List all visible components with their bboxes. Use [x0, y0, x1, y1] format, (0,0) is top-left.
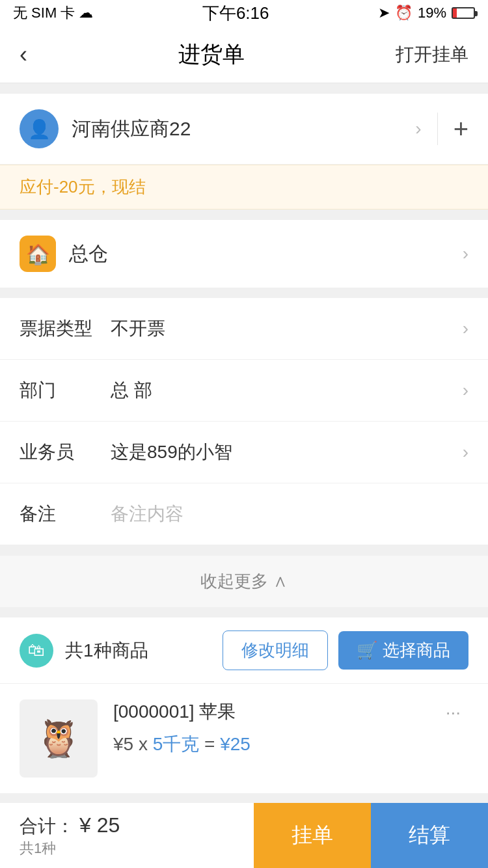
invoice-type-value: 不开票 [111, 316, 463, 341]
page-title: 进货单 [178, 40, 245, 70]
bottom-bar: 合计： ¥ 25 共1种 挂单 结算 [0, 803, 488, 868]
battery-icon [452, 7, 475, 19]
product-thumbnail: 🦉 [20, 699, 98, 778]
status-left: 无 SIM 卡 ☁ [13, 3, 93, 23]
supplier-avatar-icon: 👤 [28, 118, 51, 140]
product-unit-price: ¥5 [113, 734, 133, 754]
department-chevron-icon: › [463, 380, 468, 401]
alarm-icon: ⏰ [395, 5, 413, 21]
product-name: [0000001] 苹果 [113, 699, 438, 724]
supplier-notice: 应付-20元，现结 [0, 165, 488, 210]
edit-detail-button[interactable]: 修改明细 [223, 631, 328, 670]
supplier-section: 👤 河南供应商22 › + 应付-20元，现结 [0, 94, 488, 210]
product-total: ¥25 [220, 734, 251, 754]
status-bar: 无 SIM 卡 ☁ 下午6:16 ➤ ⏰ 19% [0, 0, 488, 26]
supplier-chevron-icon: › [415, 118, 421, 139]
supplier-avatar: 👤 [20, 109, 59, 148]
salesperson-label: 业务员 [20, 440, 98, 465]
home-icon: 🏠 [26, 243, 50, 265]
status-right: ➤ ⏰ 19% [378, 5, 475, 21]
product-section-icon: 🛍 [20, 634, 53, 668]
time-display: 下午6:16 [202, 2, 269, 25]
product-header: 🛍 共1种商品 修改明细 🛒 选择商品 [0, 617, 488, 684]
product-equals: = [204, 734, 220, 754]
product-name-text: 苹果 [199, 701, 236, 722]
remark-placeholder: 备注内容 [111, 502, 468, 526]
warehouse-chevron-icon: › [463, 243, 468, 264]
product-price-separator: x [139, 734, 153, 754]
collapse-bar[interactable]: 收起更多 ∧ [0, 556, 488, 607]
product-quantity: 5千克 [153, 734, 200, 754]
select-product-label: 选择商品 [383, 639, 450, 662]
total-count-label: 共1种 [20, 839, 234, 858]
remark-row[interactable]: 备注 备注内容 [0, 483, 488, 545]
cart-icon: 🛍 [28, 640, 45, 660]
salesperson-row[interactable]: 业务员 这是859的小智 › [0, 422, 488, 483]
nav-bar: ‹ 进货单 打开挂单 [0, 26, 488, 83]
warehouse-icon: 🏠 [20, 236, 56, 272]
warehouse-row[interactable]: 🏠 总仓 › [0, 220, 488, 288]
pending-button[interactable]: 挂单 [254, 803, 371, 868]
total-row: 合计： ¥ 25 [20, 813, 234, 839]
open-pending-button[interactable]: 打开挂单 [396, 42, 468, 67]
product-placeholder-icon: 🦉 [36, 717, 81, 760]
product-info: [0000001] 苹果 ¥5 x 5千克 = ¥25 [113, 699, 438, 757]
checkout-button[interactable]: 结算 [371, 803, 488, 868]
supplier-row[interactable]: 👤 河南供应商22 › + [0, 94, 488, 165]
divider [437, 113, 438, 145]
total-label: 合计： [20, 814, 74, 839]
department-label: 部门 [20, 378, 98, 403]
total-section: 合计： ¥ 25 共1种 [0, 813, 254, 858]
product-count-label: 共1种商品 [65, 638, 223, 663]
invoice-type-row[interactable]: 票据类型 不开票 › [0, 298, 488, 360]
total-amount: ¥ 25 [79, 813, 120, 837]
battery-label: 19% [418, 5, 446, 21]
salesperson-value: 这是859的小智 [111, 440, 463, 465]
select-product-button[interactable]: 🛒 选择商品 [338, 631, 468, 670]
form-section: 票据类型 不开票 › 部门 总 部 › 业务员 这是859的小智 › 备注 备注… [0, 298, 488, 545]
product-more-button[interactable]: ··· [438, 699, 468, 726]
sim-label: 无 SIM 卡 ☁ [13, 3, 93, 23]
salesperson-chevron-icon: › [463, 442, 468, 463]
warehouse-section: 🏠 总仓 › [0, 220, 488, 288]
warehouse-name: 总仓 [69, 241, 463, 267]
supplier-name: 河南供应商22 [72, 116, 415, 142]
remark-label: 备注 [20, 502, 98, 526]
department-value: 总 部 [111, 378, 463, 403]
location-icon: ➤ [378, 5, 390, 21]
department-row[interactable]: 部门 总 部 › [0, 360, 488, 422]
add-supplier-button[interactable]: + [454, 115, 468, 144]
product-price: ¥5 x 5千克 = ¥25 [113, 732, 438, 757]
product-section: 🛍 共1种商品 修改明细 🛒 选择商品 🦉 [0000001] 苹果 ¥5 x … [0, 617, 488, 793]
select-product-icon: 🛒 [357, 640, 377, 660]
back-button[interactable]: ‹ [20, 41, 27, 68]
invoice-type-chevron-icon: › [463, 318, 468, 339]
product-code: [0000001] [113, 701, 195, 722]
invoice-type-label: 票据类型 [20, 316, 98, 341]
product-item: 🦉 [0000001] 苹果 ¥5 x 5千克 = ¥25 ··· [0, 684, 488, 793]
